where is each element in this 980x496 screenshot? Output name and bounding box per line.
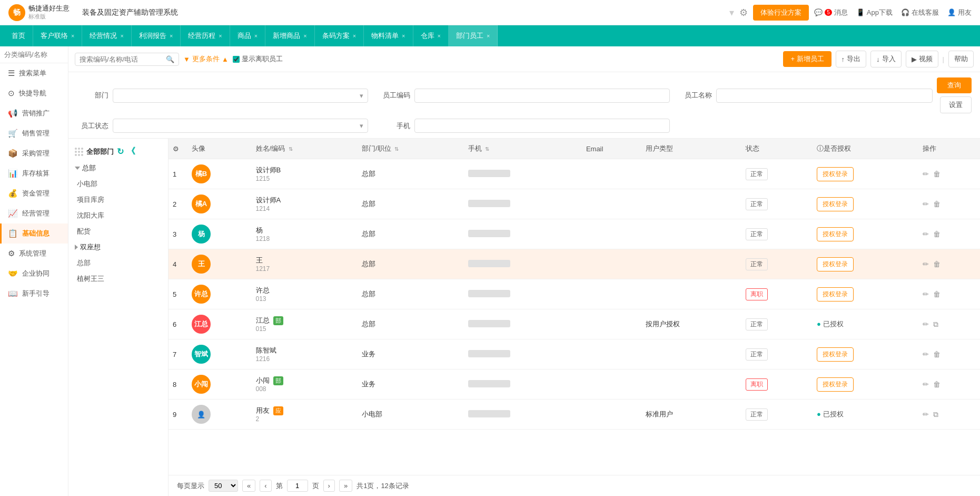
app-download-area[interactable]: 📱 App下载 xyxy=(856,8,893,17)
auth-login-button[interactable]: 授权登录 xyxy=(817,287,854,302)
auth-login-button[interactable]: 授权登录 xyxy=(817,257,854,271)
close-icon[interactable]: × xyxy=(438,33,441,39)
delete-icon[interactable]: 🗑 xyxy=(933,170,941,178)
set-button[interactable]: 设置 xyxy=(940,96,972,113)
sidebar-item-system[interactable]: ⚙ 系统管理 xyxy=(0,244,68,264)
tab-warehouse[interactable]: 仓库 × xyxy=(413,25,449,46)
tab-barcode[interactable]: 条码方案 × xyxy=(315,25,364,46)
sidebar-item-basic[interactable]: 📋 基础信息 xyxy=(0,223,68,244)
first-page-button[interactable]: « xyxy=(242,480,255,492)
sidebar-item-guide[interactable]: 📖 新手引导 xyxy=(0,284,68,304)
edit-icon[interactable]: ✏ xyxy=(923,380,929,388)
edit-icon[interactable]: ✏ xyxy=(923,350,929,358)
edit-icon[interactable]: ✏ xyxy=(923,230,929,238)
tab-add-goods[interactable]: 新增商品 × xyxy=(265,25,314,46)
close-icon[interactable]: × xyxy=(219,33,222,39)
edit-icon[interactable]: ✏ xyxy=(923,290,929,298)
sidebar-item-quick-nav[interactable]: ⊙ 快捷导航 xyxy=(0,83,68,103)
edit-icon[interactable]: ✏ xyxy=(923,200,929,208)
view-button[interactable]: ▶ 视频 xyxy=(906,51,938,67)
export-button[interactable]: ↑ 导出 xyxy=(836,51,867,67)
edit-icon[interactable]: ✏ xyxy=(923,410,929,419)
sidebar-item-search-menu[interactable]: ☰ 搜索菜单 xyxy=(0,63,68,83)
search-icon[interactable]: 🔍 xyxy=(166,55,174,63)
dept-item-plant-king[interactable]: 植树王三 xyxy=(68,271,168,287)
auth-login-button[interactable]: 授权登录 xyxy=(817,377,854,392)
help-button[interactable]: 帮助 xyxy=(948,51,974,67)
all-dept-label[interactable]: 全部部门 xyxy=(86,147,114,157)
auth-login-button[interactable]: 授权登录 xyxy=(817,167,854,181)
auth-login-button[interactable]: 授权登录 xyxy=(817,227,854,241)
tab-history[interactable]: 经营历程 × xyxy=(181,25,230,46)
dept-item-distribution[interactable]: 配货 xyxy=(68,223,168,239)
emp-code-input[interactable] xyxy=(414,89,670,103)
tab-customer[interactable]: 客户联络 × xyxy=(33,25,82,46)
edit-icon[interactable]: ✏ xyxy=(923,260,929,268)
collapse-icon[interactable]: 《 xyxy=(127,146,135,157)
tab-operations[interactable]: 经营情况 × xyxy=(82,25,131,46)
next-page-button[interactable]: › xyxy=(323,480,335,492)
copy-icon[interactable]: ⧉ xyxy=(933,410,938,419)
settings-icon[interactable]: ⚙ xyxy=(173,145,179,153)
settings-icon[interactable]: ⚙ xyxy=(739,7,748,18)
tab-bom[interactable]: 物料清单 × xyxy=(364,25,413,46)
auth-login-button[interactable]: 授权登录 xyxy=(817,197,854,211)
last-page-button[interactable]: » xyxy=(339,480,352,492)
close-icon[interactable]: × xyxy=(170,33,173,39)
close-icon[interactable]: × xyxy=(303,33,306,39)
show-resigned-checkbox-label[interactable]: 显示离职员工 xyxy=(233,54,283,64)
close-icon[interactable]: × xyxy=(71,33,74,39)
page-number-input[interactable] xyxy=(287,480,308,492)
sidebar-item-marketing[interactable]: 📢 营销推广 xyxy=(0,103,68,123)
col-dept-position[interactable]: 部门/职位 ⇅ xyxy=(358,139,464,159)
emp-name-input[interactable] xyxy=(716,89,933,103)
close-icon[interactable]: × xyxy=(353,33,356,39)
search-input[interactable] xyxy=(80,55,164,63)
dept-group-general[interactable]: 总部 xyxy=(68,160,168,176)
tab-home[interactable]: 首页 xyxy=(4,25,33,46)
dropdown-arrow-icon[interactable]: ▾ xyxy=(729,7,734,18)
delete-icon[interactable]: 🗑 xyxy=(933,290,941,298)
status-select[interactable]: ▾ xyxy=(113,119,368,133)
sidebar-item-collab[interactable]: 🤝 企业协同 xyxy=(0,264,68,284)
dept-item-project-room[interactable]: 项目库房 xyxy=(68,192,168,208)
more-filter-button[interactable]: ▼ 更多条件 ▲ xyxy=(183,54,229,64)
sidebar-item-finance[interactable]: 💰 资金管理 xyxy=(0,183,68,203)
dept-item-small-elec[interactable]: 小电部 xyxy=(68,176,168,192)
dept-item-headquarters[interactable]: 总部 xyxy=(68,255,168,271)
dept-select[interactable]: ▾ xyxy=(113,89,368,103)
phone-input[interactable] xyxy=(414,119,670,133)
close-icon[interactable]: × xyxy=(254,33,258,39)
sidebar-item-purchase[interactable]: 📦 采购管理 xyxy=(0,143,68,163)
tab-profit[interactable]: 利润报告 × xyxy=(132,25,181,46)
message-icon-area[interactable]: 💬 5 消息 xyxy=(814,8,848,17)
close-icon[interactable]: × xyxy=(120,33,123,39)
refresh-icon[interactable]: ↻ xyxy=(117,147,124,157)
trial-button[interactable]: 体验行业方案 xyxy=(753,5,809,21)
auth-login-button[interactable]: 授权登录 xyxy=(817,347,854,362)
copy-icon[interactable]: ⧉ xyxy=(933,320,938,329)
close-icon[interactable]: × xyxy=(487,33,490,39)
tab-dept-staff[interactable]: 部门员工 × xyxy=(449,25,498,46)
edit-icon[interactable]: ✏ xyxy=(923,320,929,328)
col-settings[interactable]: ⚙ xyxy=(169,139,187,159)
edit-icon[interactable]: ✏ xyxy=(923,170,929,178)
tab-goods[interactable]: 商品 × xyxy=(230,25,265,46)
col-phone[interactable]: 手机 ⇅ xyxy=(464,139,582,159)
delete-icon[interactable]: 🗑 xyxy=(933,350,941,358)
prev-page-button[interactable]: ‹ xyxy=(260,480,271,492)
delete-icon[interactable]: 🗑 xyxy=(933,260,941,268)
delete-icon[interactable]: 🗑 xyxy=(933,230,941,238)
sidebar-search-input[interactable] xyxy=(4,51,68,59)
sidebar-item-sales[interactable]: 🛒 销售管理 xyxy=(0,123,68,143)
add-employee-button[interactable]: + 新增员工 xyxy=(783,51,831,67)
delete-icon[interactable]: 🗑 xyxy=(933,380,941,388)
dept-item-shenyang[interactable]: 沈阳大库 xyxy=(68,208,168,223)
show-resigned-checkbox[interactable] xyxy=(233,56,240,63)
close-icon[interactable]: × xyxy=(402,33,405,39)
online-service-area[interactable]: 🎧 在线客服 xyxy=(901,8,939,17)
sidebar-item-inventory[interactable]: 📊 库存核算 xyxy=(0,163,68,183)
per-page-select[interactable]: 50 20 100 xyxy=(209,480,238,492)
import-button[interactable]: ↓ 导入 xyxy=(870,51,902,67)
query-button[interactable]: 查询 xyxy=(937,77,972,93)
